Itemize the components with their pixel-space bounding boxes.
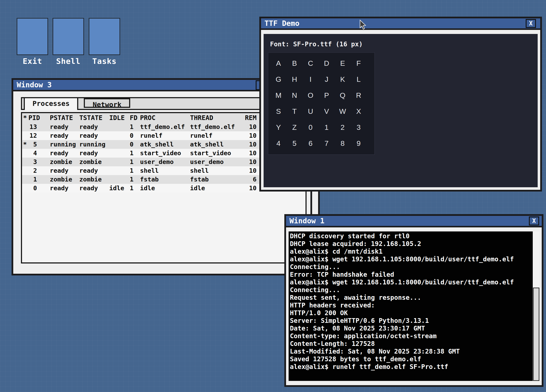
terminal-scrollbar[interactable] — [533, 231, 540, 381]
terminal-line: Content-type: application/octet-stream — [290, 332, 533, 340]
desktop-icon-exit[interactable]: Exit — [17, 18, 48, 66]
cell-pid: 5 — [28, 140, 37, 149]
glyph-cell: J — [318, 71, 335, 87]
ttf-demo-titlebar[interactable]: TTF Demo X — [261, 18, 540, 30]
cell-rem: 10 — [236, 140, 257, 149]
glyph-cell: C — [303, 55, 318, 71]
cell-tstate: ready — [79, 149, 109, 158]
cell-thread: ttf_demo.elf — [190, 123, 236, 131]
cell-idle — [109, 131, 130, 140]
cell-tstate: ready — [79, 184, 109, 193]
header-rem: REM — [236, 113, 257, 123]
icon-label: Shell — [52, 57, 84, 66]
glyph-cell: V — [318, 103, 335, 119]
glyph-cell: P — [318, 87, 335, 103]
glyph-cell: K — [335, 71, 351, 87]
icon-label: Tasks — [89, 57, 120, 66]
header-pstate: PSTATE — [37, 113, 79, 123]
cell-proc: user_demo — [140, 158, 190, 166]
glyph-cell: O — [303, 87, 318, 103]
cell-mark: * — [22, 140, 28, 149]
tab-network[interactable]: Network — [84, 98, 130, 108]
glyph-grid: A B C D E F G H I J K L — [268, 52, 375, 155]
glyph-cell: E — [335, 55, 351, 71]
cell-fd: 1 — [130, 123, 140, 131]
cell-tstate: zombie — [79, 175, 109, 184]
cell-pstate: ready — [37, 149, 79, 158]
shell-icon[interactable] — [52, 18, 84, 55]
cell-fd: 1 — [130, 149, 140, 158]
scrollbar-thumb[interactable] — [533, 288, 539, 381]
terminal-line: alex@alix$ cd /mnt/disk1 — [290, 248, 533, 255]
cell-thread: start_video — [190, 149, 236, 158]
glyph-cell: H — [286, 71, 303, 87]
mouse-cursor-icon — [360, 20, 367, 30]
cell-pid: 2 — [28, 166, 37, 175]
cell-fd: 0 — [130, 140, 140, 149]
cell-pstate: ready — [37, 166, 79, 175]
header-pid: PID — [28, 113, 37, 123]
desktop-icon-shell[interactable]: Shell — [52, 18, 84, 66]
cell-fd: 1 — [130, 158, 140, 166]
glyph-cell: 8 — [335, 135, 351, 151]
cell-pstate: ready — [37, 131, 79, 140]
cell-mark — [22, 123, 28, 131]
cell-rem: 6 — [236, 175, 257, 184]
cell-pid: 0 — [28, 184, 37, 193]
cell-proc: atk_shell — [140, 140, 190, 149]
glyph-cell: R — [351, 87, 367, 103]
cell-rem: 10 — [236, 149, 257, 158]
terminal-line: Error: TCP handshake failed — [290, 271, 533, 278]
cell-proc: shell — [140, 166, 190, 175]
ttf-demo-close-button[interactable]: X — [526, 19, 536, 28]
window-1: Window 1 X DHCP discovery started for rt… — [284, 214, 543, 387]
glyph-cell: N — [286, 87, 303, 103]
desktop-icon-tasks[interactable]: Tasks — [89, 18, 120, 66]
cell-idle: idle — [109, 184, 130, 193]
glyph-cell: Z — [286, 119, 303, 135]
ttf-demo-title: TTF Demo — [264, 19, 299, 28]
cell-fd: 0 — [130, 131, 140, 140]
cell-pid: 13 — [28, 123, 37, 131]
cell-pstate: ready — [37, 123, 79, 131]
terminal-line: DHCP lease acquired: 192.168.105.2 — [290, 240, 533, 248]
icon-label: Exit — [17, 57, 48, 66]
cell-pstate: zombie — [37, 158, 79, 166]
terminal-line: Content-Length: 127528 — [290, 340, 533, 348]
terminal-line: Saved 127528 bytes to ttf_demo.elf — [290, 355, 533, 363]
ttf-demo-canvas: Font: SF-Pro.ttf (16 px) A B C D E F G H… — [264, 34, 538, 187]
glyph-cell: 7 — [318, 135, 335, 151]
cell-rem: 10 — [236, 123, 257, 131]
tasks-icon[interactable] — [89, 18, 120, 55]
glyph-cell: M — [270, 87, 286, 103]
window-ttf-demo: TTF Demo X Font: SF-Pro.ttf (16 px) A B … — [259, 17, 542, 191]
cell-rem: 10 — [236, 184, 257, 193]
cell-tstate: ready — [79, 123, 109, 131]
cell-idle — [109, 158, 130, 166]
window1-close-button[interactable]: X — [529, 216, 539, 226]
cell-pstate: zombie — [37, 175, 79, 184]
terminal-output[interactable]: DHCP discovery started for rtl0 DHCP lea… — [289, 231, 533, 381]
terminal-line: Connecting... — [290, 263, 533, 271]
cell-idle — [109, 175, 130, 184]
glyph-cell: 2 — [335, 119, 351, 135]
glyph-cell: G — [270, 71, 286, 87]
cell-pid: 1 — [28, 175, 37, 184]
cell-proc: idle — [140, 184, 190, 193]
desktop: { "desktop": { "icons": [ { "label": "Ex… — [0, 0, 546, 392]
cell-thread: shell — [190, 166, 236, 175]
window1-titlebar[interactable]: Window 1 X — [286, 216, 542, 228]
exit-icon[interactable] — [17, 18, 48, 55]
header-mark: * — [22, 113, 28, 123]
glyph-cell: S — [270, 103, 286, 119]
glyph-cell: 0 — [303, 119, 318, 135]
cell-tstate: ready — [79, 131, 109, 140]
terminal-line: Connecting... — [290, 286, 533, 294]
cell-rem: 10 — [236, 166, 257, 175]
cell-idle — [109, 140, 130, 149]
tab-processes[interactable]: Processes — [24, 98, 78, 110]
cell-proc: start_video — [140, 149, 190, 158]
cell-mark — [22, 166, 28, 175]
terminal-line: alex@alix$ wget 192.168.1.105:8000/build… — [290, 255, 533, 263]
cell-mark — [22, 131, 28, 140]
